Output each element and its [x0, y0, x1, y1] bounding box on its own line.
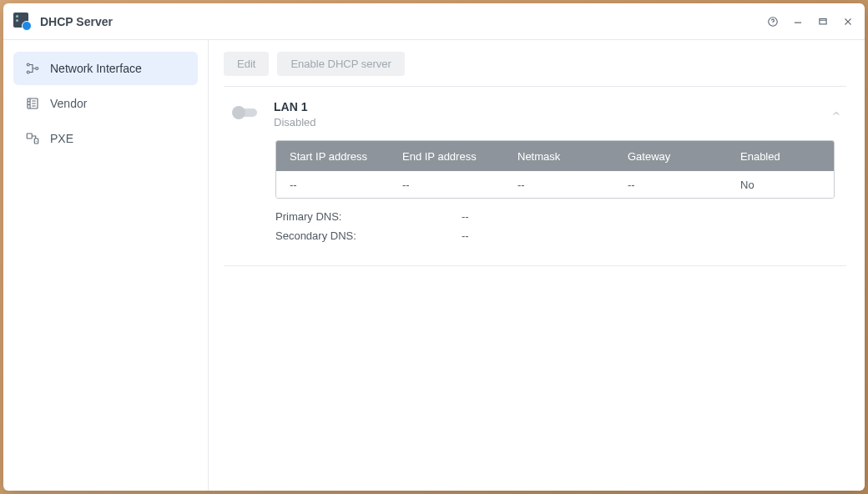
cell-enabled: No [727, 179, 834, 191]
table-header-row: Start IP address End IP address Netmask … [276, 141, 834, 171]
svg-point-7 [27, 63, 29, 66]
cell-gateway: -- [614, 179, 727, 191]
main-panel: Edit Enable DHCP server LAN 1 Disabled [209, 40, 865, 491]
sidebar-item-label: Network Interface [50, 62, 142, 75]
cell-end-ip: -- [389, 179, 504, 191]
svg-point-8 [27, 71, 29, 73]
sidebar-item-label: Vendor [50, 97, 87, 110]
interface-header[interactable]: LAN 1 Disabled [224, 100, 846, 129]
window-controls [766, 15, 855, 28]
col-enabled: Enabled [727, 150, 834, 163]
minimize-button[interactable] [791, 15, 805, 28]
interface-section: LAN 1 Disabled Start IP address End IP a… [224, 87, 846, 266]
toolbar: Edit Enable DHCP server [224, 52, 846, 87]
app-window: DHCP Server Network Interface [3, 3, 865, 491]
table-row[interactable]: -- -- -- -- No [276, 171, 834, 198]
maximize-button[interactable] [816, 15, 830, 28]
cell-start-ip: -- [276, 179, 389, 191]
close-button[interactable] [841, 15, 855, 28]
col-start-ip: Start IP address [276, 150, 389, 163]
interface-status: Disabled [274, 116, 831, 129]
sidebar-item-network-interface[interactable]: Network Interface [13, 52, 198, 85]
titlebar: DHCP Server [3, 3, 865, 40]
secondary-dns-row: Secondary DNS: -- [275, 229, 846, 242]
svg-rect-17 [27, 134, 32, 139]
sidebar: Network Interface Vendor PXE [3, 40, 209, 491]
dns-section: Primary DNS: -- Secondary DNS: -- [275, 210, 846, 242]
enable-dhcp-button[interactable]: Enable DHCP server [277, 52, 404, 76]
pxe-icon [25, 131, 40, 146]
sidebar-item-label: PXE [50, 132, 73, 145]
svg-point-1 [773, 23, 774, 24]
sidebar-item-vendor[interactable]: Vendor [13, 87, 198, 120]
chevron-up-icon[interactable] [831, 108, 841, 118]
sidebar-item-pxe[interactable]: PXE [13, 122, 198, 155]
cell-netmask: -- [504, 179, 614, 191]
help-button[interactable] [766, 15, 780, 28]
interface-title-block: LAN 1 Disabled [274, 100, 831, 129]
col-end-ip: End IP address [389, 150, 504, 163]
interface-toggle[interactable] [234, 108, 257, 117]
network-interface-icon [25, 61, 40, 76]
app-icon [13, 13, 32, 31]
body: Network Interface Vendor PXE Edit Enable… [3, 40, 865, 491]
secondary-dns-label: Secondary DNS: [275, 229, 462, 242]
col-gateway: Gateway [614, 150, 727, 163]
window-title: DHCP Server [40, 15, 766, 28]
ip-range-table: Start IP address End IP address Netmask … [275, 140, 835, 199]
primary-dns-row: Primary DNS: -- [275, 210, 846, 223]
primary-dns-label: Primary DNS: [275, 210, 462, 223]
svg-point-9 [36, 68, 38, 70]
col-netmask: Netmask [504, 150, 614, 163]
vendor-icon [25, 96, 40, 111]
svg-rect-3 [820, 18, 826, 23]
primary-dns-value: -- [462, 210, 469, 223]
secondary-dns-value: -- [462, 229, 469, 242]
interface-name: LAN 1 [274, 100, 831, 113]
edit-button[interactable]: Edit [224, 52, 269, 76]
